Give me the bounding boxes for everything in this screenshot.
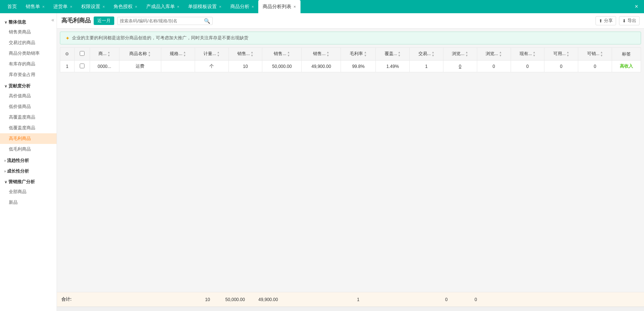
footer-label: 合计: (61, 296, 72, 303)
nav-item-进货单[interactable]: 进货单× (49, 0, 76, 13)
sidebar-group-title-营销推广分析[interactable]: ∨营销推广分析 (0, 176, 57, 187)
nav-close-icon[interactable]: × (70, 4, 72, 9)
nav-close-icon[interactable]: × (219, 4, 221, 9)
nav-close-icon[interactable]: × (42, 4, 44, 9)
sort-icon: ▲▼ (326, 51, 329, 57)
sort-icon: ▲▼ (465, 51, 468, 57)
sort-icon: ▲▼ (251, 51, 253, 57)
sidebar-collapse-button[interactable]: « (49, 16, 57, 23)
col-header-16[interactable]: 可销...▲▼ (578, 48, 612, 61)
row-sales1: 10 (229, 61, 262, 72)
nav-close-icon[interactable]: × (177, 4, 179, 9)
row-browse2: 0 (477, 61, 511, 72)
col-header-7[interactable]: 销售...▲▼ (262, 48, 302, 61)
footer-sales2-val: 50,000.00 (219, 297, 252, 302)
col-header-15[interactable]: 可用...▲▼ (544, 48, 578, 61)
row-spec (161, 61, 195, 72)
sidebar-item-新品[interactable]: 新品 (0, 197, 57, 208)
col-header-0[interactable]: ⚙ (60, 48, 75, 61)
nav-close-icon[interactable]: × (252, 4, 254, 9)
sidebar-item-交易过的商品[interactable]: 交易过的商品 (0, 37, 57, 48)
sidebar-item-低毛利商品[interactable]: 低毛利商品 (0, 144, 57, 155)
nav-item-角色授权[interactable]: 角色授权× (109, 0, 141, 13)
content-area: 高毛利商品 近一月 🔍 ⬆ 分享 ⬇ 导出 ✦ 企业的主要的利润都是这部分商品创… (57, 13, 644, 311)
top-nav: 首页销售单×进货单×权限设置×角色授权×产成品入库单×单据模板设置×商品分析×商… (0, 0, 644, 13)
group-label: 成长性分析 (7, 168, 29, 174)
sidebar-group-title-整体信息[interactable]: ∨整体信息 (0, 16, 57, 27)
sort-icon: ▲▼ (148, 51, 151, 57)
time-filter-button[interactable]: 近一月 (94, 17, 114, 25)
col-header-13[interactable]: 浏览...▲▼ (477, 48, 511, 61)
sidebar-group-title-流趋性分析[interactable]: ›流趋性分析 (0, 155, 57, 165)
sidebar-item-销售类商品[interactable]: 销售类商品 (0, 27, 57, 37)
footer-bar: 合计: 10 50,000.00 49,900.00 1 0 0 (57, 292, 644, 307)
sidebar-group-title-贡献度分析[interactable]: ∨贡献度分析 (0, 80, 57, 91)
sidebar-item-全部商品[interactable]: 全部商品 (0, 187, 57, 197)
col-header-9[interactable]: 毛利率▲▼ (341, 48, 376, 61)
sidebar-item-有库存的商品[interactable]: 有库存的商品 (0, 59, 57, 69)
row-browse1[interactable]: 0 (443, 61, 477, 72)
group-label: 整体信息 (8, 19, 26, 25)
row-transaction: 1 (410, 61, 443, 72)
sidebar-item-商品分类助销率[interactable]: 商品分类助销率 (0, 48, 57, 59)
sort-icon: ▲▼ (107, 51, 110, 57)
nav-item-首页[interactable]: 首页 (3, 0, 21, 13)
sort-icon: ▲▼ (217, 51, 220, 57)
col-header-11[interactable]: 交易...▲▼ (410, 48, 443, 61)
share-button[interactable]: ⬆ 分享 (596, 16, 616, 25)
nav-item-单据模板设置[interactable]: 单据模板设置× (184, 0, 226, 13)
col-header-2[interactable]: 商...▲▼ (90, 48, 119, 61)
sidebar-group-title-成长性分析[interactable]: ›成长性分析 (0, 165, 57, 176)
nav-item-权限设置[interactable]: 权限设置× (77, 0, 109, 13)
sidebar-item-库存资金占用[interactable]: 库存资金占用 (0, 69, 57, 80)
sort-icon: ▲▼ (533, 51, 536, 57)
data-table: ⚙商...▲▼商品名称▲▼规格...▲▼计量...▲▼销售...▲▼销售...▲… (60, 47, 641, 72)
group-arrow-icon: ∨ (4, 84, 7, 88)
sidebar: « ∨整体信息销售类商品交易过的商品商品分类助销率有库存的商品库存资金占用∨贡献… (0, 13, 57, 311)
sidebar-item-低价值商品[interactable]: 低价值商品 (0, 101, 57, 112)
footer-sales1-val: 10 (197, 297, 219, 302)
nav-item-产成品入库单[interactable]: 产成品入库单× (142, 0, 184, 13)
col-header-4[interactable]: 规格...▲▼ (161, 48, 195, 61)
col-header-10[interactable]: 覆盖...▲▼ (376, 48, 410, 61)
select-all-checkbox[interactable] (80, 51, 84, 56)
nav-item-商品分析[interactable]: 商品分析× (226, 0, 258, 13)
row-coverage: 1.49% (376, 61, 410, 72)
col-header-3[interactable]: 商品名称▲▼ (119, 48, 161, 61)
sidebar-group: ∨整体信息销售类商品交易过的商品商品分类助销率有库存的商品库存资金占用 (0, 16, 57, 80)
nav-item-商品分析列表[interactable]: 商品分析列表× (258, 0, 300, 13)
sidebar-item-高覆盖度商品[interactable]: 高覆盖度商品 (0, 112, 57, 123)
sidebar-item-低覆盖度商品[interactable]: 低覆盖度商品 (0, 123, 57, 133)
col-header-14[interactable]: 现有...▲▼ (511, 48, 544, 61)
table-body: 10000...运费个1050,000.0049,900.0099.8%1.49… (60, 61, 641, 72)
search-button[interactable]: 🔍 (204, 18, 210, 24)
row-name: 运费 (119, 61, 161, 72)
row-tag[interactable]: 高收入 (612, 61, 641, 72)
col-header-6[interactable]: 销售...▲▼ (229, 48, 262, 61)
sidebar-item-高价值商品[interactable]: 高价值商品 (0, 91, 57, 101)
nav-item-销售单[interactable]: 销售单× (21, 0, 49, 13)
col-header-5[interactable]: 计量...▲▼ (195, 48, 229, 61)
search-input[interactable] (120, 18, 204, 23)
row-checkbox[interactable] (80, 64, 84, 68)
page-title: 高毛利商品 (61, 17, 91, 25)
col-header-1 (74, 48, 90, 61)
group-label: 流趋性分析 (7, 158, 29, 164)
group-arrow-icon: ∨ (4, 20, 7, 24)
close-all-button[interactable]: × (632, 3, 641, 10)
row-stock3: 0 (578, 61, 612, 72)
export-button[interactable]: ⬇ 导出 (619, 16, 640, 25)
sidebar-item-高毛利商品[interactable]: 高毛利商品 (0, 133, 57, 144)
nav-close-icon[interactable]: × (294, 4, 296, 9)
info-banner: ✦ 企业的主要的利润都是这部分商品创造的，可考虑加大推广，同时关注库存是不要出现… (60, 32, 641, 44)
col-header-12[interactable]: 浏览...▲▼ (443, 48, 477, 61)
nav-close-icon[interactable]: × (102, 4, 105, 9)
nav-close-icon[interactable]: × (135, 4, 137, 9)
row-num: 1 (60, 61, 75, 72)
footer-cells: 10 50,000.00 49,900.00 1 0 0 (79, 297, 640, 302)
scrollbar-area[interactable] (57, 307, 644, 311)
row-code: 0000... (90, 61, 119, 72)
col-header-8[interactable]: 销售...▲▼ (302, 48, 341, 61)
footer-sales3-val: 49,900.00 (252, 297, 285, 302)
table-container[interactable]: ⚙商...▲▼商品名称▲▼规格...▲▼计量...▲▼销售...▲▼销售...▲… (60, 47, 641, 292)
